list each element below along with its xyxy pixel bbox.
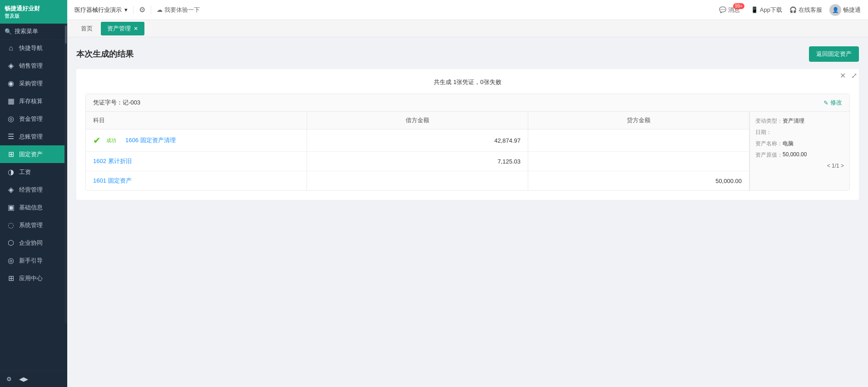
side-value-asset-name: 电脑 [783, 140, 794, 148]
menu-collapse-icon[interactable]: ◀▶ [19, 376, 28, 382]
sidebar-label-payroll: 工资 [19, 168, 31, 176]
user-name: 畅捷通 [843, 6, 861, 14]
side-label-date: 日期： [755, 129, 783, 136]
dialog-expand-icon[interactable]: ⤢ [851, 71, 857, 80]
purchase-icon: ◉ [6, 79, 15, 88]
sidebar-item-search[interactable]: 🔍 搜索菜单 [0, 24, 67, 40]
edit-icon: ✎ [823, 99, 828, 106]
online-service-label: 在线客服 [799, 6, 822, 14]
sidebar-item-ops[interactable]: ◈ 经营管理 [0, 181, 67, 198]
company-selector[interactable]: 医疗器械行业演示 ▾ [74, 6, 128, 14]
sidebar-item-ledger[interactable]: ☰ 总账管理 [0, 128, 67, 145]
sidebar-item-inventory[interactable]: ▦ 库存核算 [0, 92, 67, 110]
dialog-close-icon[interactable]: ✕ [840, 71, 846, 80]
side-label-asset-name: 资产名称： [755, 140, 783, 148]
table-row: 1601 固定资产 50,000.00 [86, 171, 749, 190]
sidebar-item-purchase[interactable]: ◉ 采购管理 [0, 74, 67, 92]
sidebar-label-ledger: 总账管理 [19, 133, 43, 141]
tab-close-icon[interactable]: ✕ [134, 25, 138, 32]
table-row: ✔成功1606 固定资产清理 42,874.97 [86, 129, 749, 152]
sidebar-label-collab: 企业协同 [19, 239, 43, 247]
cell-debit-0: 42,874.97 [307, 129, 528, 151]
side-panel: 变动类型： 资产清理 日期： 资产名称： 电脑 资产原值： [749, 112, 849, 190]
dialog-controls: ✕ ⤢ [840, 71, 857, 80]
side-pagination[interactable]: < 1/1 > [755, 163, 844, 169]
inventory-icon: ▦ [6, 97, 15, 105]
fixed-assets-icon: ⊞ [6, 150, 15, 159]
sidebar-label-fixed-assets: 固定资产 [19, 150, 43, 159]
online-service-btn[interactable]: 🎧 在线客服 [789, 6, 822, 14]
sidebar-item-sales[interactable]: ◈ 销售管理 [0, 57, 67, 74]
tabbar: 首页 资产管理 ✕ [67, 20, 868, 37]
sales-icon: ◈ [6, 61, 15, 70]
voucher-number: 凭证字号：记-003 [93, 99, 140, 107]
edit-button[interactable]: ✎ 修改 [823, 99, 842, 107]
cell-credit-1 [528, 152, 749, 171]
app-download-btn[interactable]: 📱 App下载 [751, 6, 782, 14]
company-name: 医疗器械行业演示 [74, 6, 122, 14]
edit-label: 修改 [830, 99, 842, 107]
sidebar-item-basic-info[interactable]: ▣ 基础信息 [0, 198, 67, 216]
result-card: 共生成 1张凭证，0张失败 凭证字号：记-003 ✎ 修改 科目 借方金额 贷方… [76, 69, 859, 200]
headset-icon: 🎧 [789, 6, 797, 13]
app-download-label: App下载 [760, 6, 782, 14]
sidebar-item-app-center[interactable]: ⊞ 应用中心 [0, 269, 67, 287]
app-center-icon: ⊞ [6, 274, 15, 283]
experience-label: 我要体验一下 [164, 6, 200, 14]
sidebar-label-purchase: 采购管理 [19, 79, 43, 88]
ops-icon: ◈ [6, 185, 15, 194]
topbar: 医疗器械行业演示 ▾ ⚙ ☁ 我要体验一下 💬 消息 99+ 📱 App下载 🎧… [67, 0, 868, 20]
col-header-debit: 借方金额 [307, 112, 528, 129]
sidebar-label-guide: 新手引导 [19, 257, 43, 265]
settings-bottom-icon[interactable]: ⚙ [6, 376, 12, 382]
sidebar-label-basic-info: 基础信息 [19, 203, 43, 212]
sidebar: 畅捷通好业财 普及版 🔍 搜索菜单 ⌂ 快捷导航 ◈ 销售管理 ◉ 采购管理 ▦… [0, 0, 67, 387]
result-summary: 共生成 1张凭证，0张失败 [85, 78, 850, 86]
collab-icon: ⬡ [6, 238, 15, 247]
side-value-original-value: 50,000.00 [783, 151, 807, 158]
main-area: 医疗器械行业演示 ▾ ⚙ ☁ 我要体验一下 💬 消息 99+ 📱 App下载 🎧… [67, 0, 868, 387]
tab-home[interactable]: 首页 [74, 22, 99, 35]
sidebar-item-finance[interactable]: ◎ 资金管理 [0, 110, 67, 128]
side-panel-change-type: 变动类型： 资产清理 [755, 117, 844, 125]
cell-subject-2: 1601 固定资产 [86, 171, 307, 190]
user-menu[interactable]: 👤 畅捷通 [829, 4, 861, 16]
system-icon: ◌ [6, 221, 15, 229]
topbar-divider-2 [151, 5, 151, 15]
ledger-icon: ☰ [6, 132, 15, 141]
sidebar-item-guide[interactable]: ◎ 新手引导 [0, 252, 67, 269]
voucher-header: 凭证字号：记-003 ✎ 修改 [86, 94, 849, 112]
sidebar-item-payroll[interactable]: ◑ 工资 [0, 163, 67, 181]
sidebar-item-collab[interactable]: ⬡ 企业协同 [0, 234, 67, 252]
guide-icon: ◎ [6, 256, 15, 265]
tab-assets[interactable]: 资产管理 ✕ [101, 22, 144, 35]
basic-info-icon: ▣ [6, 203, 15, 212]
cell-debit-2 [307, 171, 528, 190]
sidebar-bottom: ⚙ ◀▶ [0, 371, 67, 387]
messages-btn[interactable]: 💬 消息 99+ [719, 6, 740, 14]
avatar: 👤 [829, 4, 841, 16]
experience-btn[interactable]: ☁ 我要体验一下 [157, 6, 200, 14]
sidebar-item-quick-nav[interactable]: ⌂ 快捷导航 [0, 40, 67, 57]
experience-icon: ☁ [157, 6, 163, 13]
page-title: 本次生成的结果 [76, 49, 134, 60]
side-panel-original-value: 资产原值： 50,000.00 [755, 151, 844, 159]
sidebar-item-system[interactable]: ◌ 系统管理 [0, 216, 67, 234]
sidebar-label-ops: 经营管理 [19, 186, 43, 194]
side-value-change-type: 资产清理 [783, 117, 804, 125]
tab-assets-label: 资产管理 [107, 25, 131, 33]
search-icon: 🔍 [5, 28, 12, 35]
sidebar-label-system: 系统管理 [19, 221, 43, 229]
table-header: 科目 借方金额 贷方金额 [86, 112, 749, 129]
company-dropdown-icon: ▾ [124, 6, 128, 13]
settings-icon[interactable]: ⚙ [139, 5, 145, 14]
success-label: 成功 [106, 137, 116, 144]
sidebar-item-fixed-assets[interactable]: ⊞ 固定资产 [0, 145, 67, 163]
sidebar-label-app-center: 应用中心 [19, 274, 43, 283]
sidebar-search-label: 搜索菜单 [15, 27, 38, 35]
return-button[interactable]: 返回固定资产 [809, 46, 859, 62]
app-download-icon: 📱 [751, 6, 758, 13]
cell-credit-2: 50,000.00 [528, 171, 749, 190]
cell-debit-1: 7,125.03 [307, 152, 528, 171]
content-area: ✕ ⤢ 本次生成的结果 返回固定资产 共生成 1张凭证，0张失败 凭证字号：记-… [67, 37, 868, 387]
